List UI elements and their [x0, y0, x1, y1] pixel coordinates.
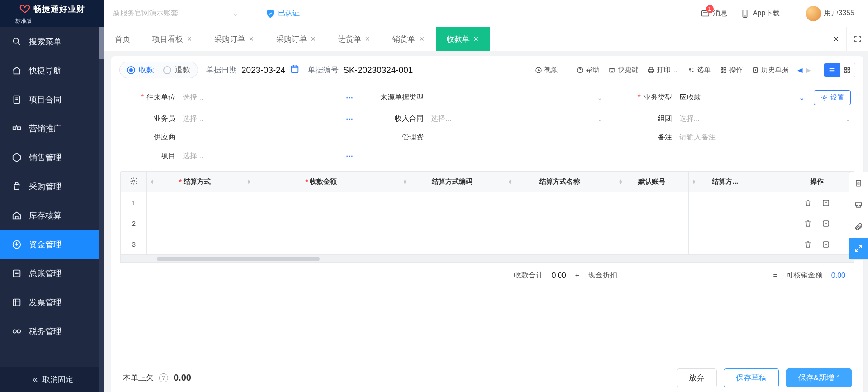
- delete-row-icon[interactable]: [804, 220, 812, 228]
- delete-row-icon[interactable]: [804, 240, 812, 249]
- messages-button[interactable]: 1 消息: [700, 9, 727, 19]
- dock-expand-icon[interactable]: [849, 238, 868, 259]
- tenant-name: 新服务官网演示账套: [113, 9, 178, 18]
- print-button[interactable]: 打印⌄: [647, 66, 679, 74]
- field-label: 管理费: [372, 133, 431, 142]
- chevron-down-icon: ⌄: [597, 115, 603, 123]
- sidebar-item-quicknav[interactable]: 快捷导航: [0, 56, 104, 85]
- tab-project-board[interactable]: 项目看板✕: [142, 27, 203, 51]
- sidebar-item-funds[interactable]: 资金管理: [0, 230, 104, 259]
- lookup-icon[interactable]: ⋯: [346, 93, 354, 102]
- add-row-icon[interactable]: [822, 220, 830, 228]
- close-icon[interactable]: ✕: [419, 35, 425, 43]
- sidebar-scrollbar[interactable]: [99, 27, 104, 392]
- table-hscroll[interactable]: [120, 255, 854, 263]
- history-button[interactable]: 历史单据: [752, 66, 788, 74]
- totals-sum-label: 收款合计: [514, 271, 543, 280]
- view-grid-button[interactable]: [840, 63, 855, 77]
- add-row-icon[interactable]: [822, 199, 830, 207]
- table-row[interactable]: 3: [121, 234, 854, 255]
- discard-button[interactable]: 放弃: [677, 368, 717, 387]
- close-icon[interactable]: ✕: [365, 35, 370, 43]
- col-config[interactable]: [121, 172, 147, 192]
- doc-date-value[interactable]: 2023-03-24: [241, 65, 285, 75]
- col-settle-code[interactable]: ▲▼结算方式编码: [399, 172, 505, 192]
- arrow-right-icon[interactable]: ▶: [806, 66, 811, 74]
- col-settle-name[interactable]: ▲▼结算方式名称: [505, 172, 615, 192]
- user-menu[interactable]: 用户3355: [806, 6, 854, 21]
- close-icon[interactable]: ✕: [187, 35, 192, 43]
- project-input[interactable]: 选择...⋯: [183, 151, 354, 161]
- view-list-button[interactable]: [824, 63, 840, 77]
- doc-type-refund[interactable]: 退款: [163, 65, 190, 75]
- dock-draft-icon[interactable]: 草: [849, 172, 868, 194]
- col-settle-extra[interactable]: ▲▼结算方...: [689, 172, 762, 192]
- tab-purchase-order-1[interactable]: 采购订单✕: [203, 27, 265, 51]
- sidebar-item-invoice[interactable]: 发票管理: [0, 288, 104, 317]
- action-label: 视频: [544, 66, 558, 74]
- clerk-input[interactable]: 选择...⋯: [183, 114, 354, 124]
- sidebar-item-tax[interactable]: 税务管理: [0, 317, 104, 346]
- svg-point-3: [14, 38, 19, 43]
- col-more[interactable]: [762, 172, 780, 192]
- income-contract-input[interactable]: 选择...⌄: [431, 114, 602, 124]
- help-icon[interactable]: ?: [159, 373, 168, 382]
- dock-inbox-icon[interactable]: [849, 194, 868, 216]
- doc-toolbar: 收款 退款 单据日期 2023-03-24 单据编号 SK-20230324-0…: [111, 56, 863, 82]
- remark-input[interactable]: 请输入备注: [679, 133, 851, 142]
- help-button[interactable]: 帮助: [576, 66, 599, 74]
- sidebar-item-purchase[interactable]: 采购管理: [0, 172, 104, 201]
- doc-type-receive[interactable]: 收款: [127, 65, 154, 75]
- source-type-select[interactable]: ⌄: [431, 93, 602, 102]
- svg-rect-29: [848, 71, 849, 72]
- dock-attachment-icon[interactable]: [849, 216, 868, 238]
- placeholder: 请输入备注: [679, 133, 716, 142]
- table-row[interactable]: 1: [121, 192, 854, 213]
- lookup-icon[interactable]: ⋯: [346, 152, 354, 160]
- sidebar-item-marketing[interactable]: 营销推广: [0, 114, 104, 143]
- sidebar-item-ledger[interactable]: 总账管理: [0, 259, 104, 288]
- close-icon[interactable]: ✕: [311, 35, 316, 43]
- tab-sales-order[interactable]: 销货单✕: [382, 27, 436, 51]
- partner-input[interactable]: 选择...⋯: [183, 93, 354, 102]
- app-download-button[interactable]: App下载: [740, 9, 780, 19]
- totals-writeoff-label: 可核销金额: [786, 271, 822, 280]
- biz-type-select[interactable]: 应收款⌄: [679, 93, 805, 102]
- tab-goods-in[interactable]: 进货单✕: [327, 27, 382, 51]
- close-icon[interactable]: ✕: [473, 35, 479, 43]
- col-receive-amount[interactable]: ▲▼收款金额: [243, 172, 399, 192]
- lookup-icon[interactable]: ⋯: [346, 115, 354, 123]
- tab-purchase-order-2[interactable]: 采购订单✕: [265, 27, 327, 51]
- action-label: 快捷键: [618, 66, 638, 74]
- arrow-left-icon[interactable]: ◀: [797, 66, 803, 74]
- tabs-fullscreen-button[interactable]: [846, 27, 868, 51]
- tab-home[interactable]: 首页: [104, 27, 142, 51]
- save-draft-button[interactable]: 保存草稿: [724, 368, 779, 387]
- topbar: 畅捷通好业财 标准版 新服务官网演示账套 ⌄ 已认证 1 消息 App下载 用户…: [0, 0, 868, 27]
- col-settle-method[interactable]: ▲▼结算方式: [146, 172, 243, 192]
- sidebar-unpin-button[interactable]: 取消固定: [0, 367, 104, 392]
- tab-receipt[interactable]: 收款单✕: [436, 27, 490, 51]
- shortcut-button[interactable]: 快捷键: [609, 66, 638, 74]
- group-input[interactable]: 选择...⌄: [679, 114, 851, 124]
- tenant-selector[interactable]: 新服务官网演示账套 ⌄: [113, 9, 238, 18]
- pick-button[interactable]: 选单: [688, 66, 711, 74]
- tabs-close-all-button[interactable]: [825, 27, 846, 51]
- sidebar-item-project-contract[interactable]: 项目合同: [0, 85, 104, 114]
- tabbar: 首页 项目看板✕ 采购订单✕ 采购订单✕ 进货单✕ 销货单✕ 收款单✕: [104, 27, 868, 51]
- field-value: 应收款: [679, 93, 701, 102]
- delete-row-icon[interactable]: [804, 199, 812, 207]
- sidebar-item-sales[interactable]: 销售管理: [0, 143, 104, 172]
- save-new-button[interactable]: 保存&新增˄: [786, 368, 852, 387]
- calendar-icon[interactable]: [290, 64, 300, 76]
- table-row[interactable]: 2: [121, 213, 854, 234]
- sidebar-item-search[interactable]: 搜索菜单: [0, 27, 104, 56]
- video-button[interactable]: 视频: [535, 66, 558, 74]
- sidebar-item-inventory[interactable]: 库存核算: [0, 201, 104, 230]
- field-group: 组团 选择...⌄: [621, 114, 851, 124]
- col-default-acct[interactable]: ▲▼默认账号: [615, 172, 689, 192]
- close-icon[interactable]: ✕: [249, 35, 254, 43]
- ops-button[interactable]: 操作: [720, 66, 743, 74]
- add-row-icon[interactable]: [822, 240, 830, 249]
- settings-button[interactable]: 设置: [814, 90, 851, 105]
